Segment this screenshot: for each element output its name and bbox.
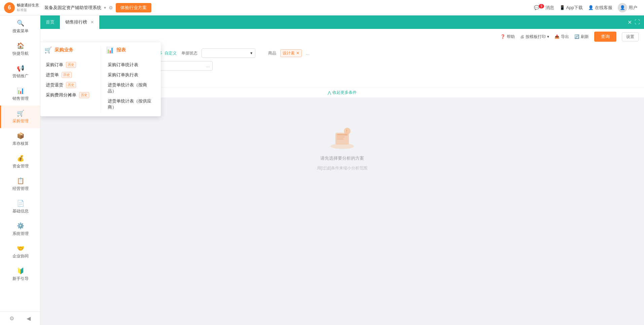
settings-icon[interactable]: ⚙: [109, 5, 113, 10]
doc-status-label: 单据状态: [181, 50, 198, 56]
collapse-icon: ⋀: [328, 90, 331, 95]
avatar: 👤: [618, 3, 627, 12]
empty-text-line2: 用[过滤]条件来缩小分析范围: [317, 165, 368, 171]
logo-text: 畅捷通好生意: [17, 3, 39, 7]
messages-button[interactable]: 💬 9 消息: [534, 5, 554, 11]
sidebar-item-search[interactable]: 🔍 搜索菜单: [0, 15, 40, 38]
menu-item-order-exec[interactable]: 采购订单执行表: [106, 70, 157, 80]
menu-item-inbound[interactable]: 进货单 历史: [44, 70, 95, 80]
report-col: 📊 报表 采购订单统计表 采购订单执行表 进货单统计表（按商品） 进货单统计表（…: [102, 46, 161, 112]
menu-item-inbound-by-goods[interactable]: 进货单统计表（按商品）: [106, 80, 157, 96]
print-icon: 🖨: [520, 34, 524, 39]
svg-rect-4: [337, 138, 344, 139]
refresh-button[interactable]: 🔄 刷新: [574, 34, 589, 40]
sidebar-item-inventory[interactable]: 📦 库存核算: [0, 128, 40, 151]
goods-tag-close[interactable]: ✕: [296, 51, 299, 55]
goods-more-icon[interactable]: ...: [306, 51, 310, 56]
tab-bar: 首页 销售排行榜 ✕ ✕ ⛶: [40, 15, 644, 29]
system-name: 装备及固定资产辅助管理系统: [44, 5, 101, 11]
export-button[interactable]: 📤 导出: [554, 34, 569, 40]
purchase-col: 🛒 采购业务 采购订单 历史 进货单 历史 进货退货 历史: [40, 46, 99, 112]
tab-maximize-icon[interactable]: ⛶: [635, 19, 640, 25]
help-button[interactable]: ❓ 帮助: [500, 34, 515, 40]
guide-icon: 🔰: [17, 267, 24, 275]
shortcut-custom[interactable]: 自定义: [165, 50, 177, 56]
sidebar-collapse-button[interactable]: ◀: [27, 315, 31, 322]
hist-badge-purchase-order: 历史: [66, 62, 76, 68]
empty-illustration: !: [325, 124, 359, 151]
sidebar-item-basic-info[interactable]: 📄 基础信息: [0, 196, 40, 218]
search-icon: 🔍: [17, 19, 24, 27]
sidebar-item-system[interactable]: ⚙️ 系统管理: [0, 218, 40, 241]
main-content: 首页 销售排行榜 ✕ ✕ ⛶ 🛒 采购业务 采: [40, 15, 644, 325]
sidebar-bottom: ⚙ ◀: [0, 312, 40, 325]
export-icon: 📤: [554, 34, 560, 39]
goods-tag: 设计素 ✕: [280, 49, 302, 57]
menu-item-purchase-order[interactable]: 采购订单 历史: [44, 60, 95, 70]
help-icon: ❓: [500, 34, 505, 39]
industry-button[interactable]: 体验行业方案: [116, 3, 151, 12]
finance-icon: 💰: [17, 155, 24, 162]
query-button[interactable]: 查询: [594, 32, 616, 42]
print-arrow-icon: ▾: [547, 34, 549, 39]
refresh-icon: 🔄: [574, 34, 579, 39]
dropdown-arrow-icon[interactable]: ▾: [104, 5, 106, 10]
system-icon: ⚙️: [17, 222, 24, 230]
top-header: 6 畅捷通好生意 标准版 装备及固定资产辅助管理系统 ▾ ⚙ 体验行业方案 💬 …: [0, 0, 644, 15]
app-body: 🔍 搜索菜单 🏠 快捷导航 📢 营销推广 📊 销售管理 🛒 采购管理 📦 库存核…: [0, 15, 644, 325]
svg-rect-2: [337, 134, 348, 135]
hist-badge-return: 历史: [66, 82, 76, 88]
tab-close-all-icon[interactable]: ✕: [628, 19, 632, 26]
sidebar-item-quick-nav[interactable]: 🏠 快捷导航: [0, 38, 40, 60]
basic-info-icon: 📄: [17, 200, 24, 207]
salesperson-select[interactable]: ...: [152, 61, 213, 71]
purchase-col-header: 🛒 采购业务: [44, 46, 95, 56]
sidebar-settings-button[interactable]: ⚙: [9, 315, 14, 322]
enterprise-icon: 🤝: [17, 245, 24, 252]
inventory-icon: 📦: [17, 132, 24, 139]
online-service-button[interactable]: 👤 在线客服: [588, 5, 612, 11]
sidebar-item-guide[interactable]: 🔰 新手引导: [0, 263, 40, 286]
svg-rect-3: [337, 136, 345, 137]
phone-icon: 📱: [560, 5, 565, 10]
svg-point-5: [344, 128, 351, 134]
purchase-menu-icon: 🛒: [44, 46, 52, 54]
menu-item-expense[interactable]: 采购费用分摊单 历史: [44, 90, 95, 100]
template-print-button[interactable]: 🖨 按模板打印 ▾: [520, 34, 549, 40]
tab-bar-right: ✕ ⛶: [628, 19, 644, 26]
settings-button[interactable]: 设置: [622, 32, 639, 41]
header-system: 装备及固定资产辅助管理系统 ▾ ⚙ 体验行业方案: [44, 3, 534, 12]
report-col-header: 📊 报表: [106, 46, 157, 56]
content-area: 🛒 采购业务 采购订单 历史 进货单 历史 进货退货 历史: [40, 29, 644, 325]
hist-badge-expense: 历史: [79, 92, 89, 98]
marketing-icon: 📢: [17, 65, 24, 72]
doc-status-arrow: ▾: [250, 51, 252, 55]
menu-item-return[interactable]: 进货退货 历史: [44, 80, 95, 90]
hist-badge-inbound: 历史: [62, 72, 72, 78]
user-menu-button[interactable]: 👤 用户: [618, 3, 637, 12]
app-download-button[interactable]: 📱 App下载: [560, 5, 583, 11]
sidebar-item-enterprise[interactable]: 🤝 企业协同: [0, 241, 40, 263]
sidebar: 🔍 搜索菜单 🏠 快捷导航 📢 营销推广 📊 销售管理 🛒 采购管理 📦 库存核…: [0, 15, 40, 325]
logo-icon: 6: [4, 2, 15, 13]
logo-area: 6 畅捷通好生意 标准版: [4, 2, 44, 13]
tab-home[interactable]: 首页: [40, 15, 60, 29]
sidebar-item-finance[interactable]: 💰 资金管理: [0, 151, 40, 173]
salesperson-more-icon[interactable]: ...: [206, 64, 210, 68]
sidebar-item-purchase[interactable]: 🛒 采购管理: [0, 106, 40, 128]
empty-text-line1: 请先选择要分析的方案: [320, 155, 364, 161]
tab-close-icon[interactable]: ✕: [91, 20, 94, 25]
goods-label: 商品: [259, 50, 276, 56]
sidebar-item-sales[interactable]: 📊 销售管理: [0, 83, 40, 106]
doc-status-select[interactable]: ▾: [202, 48, 255, 58]
sidebar-item-operations[interactable]: 📋 经营管理: [0, 173, 40, 196]
sales-icon: 📊: [17, 87, 24, 94]
menu-item-order-stats[interactable]: 采购订单统计表: [106, 60, 157, 70]
tab-sales-ranking[interactable]: 销售排行榜 ✕: [60, 15, 99, 29]
operations-icon: 📋: [17, 177, 24, 185]
service-icon: 👤: [588, 5, 594, 10]
sidebar-item-marketing[interactable]: 📢 营销推广: [0, 60, 40, 83]
menu-item-inbound-by-supplier[interactable]: 进货单统计表（按供应商）: [106, 96, 157, 112]
menu-divider: [101, 46, 101, 112]
logo-sub: 标准版: [17, 8, 39, 12]
